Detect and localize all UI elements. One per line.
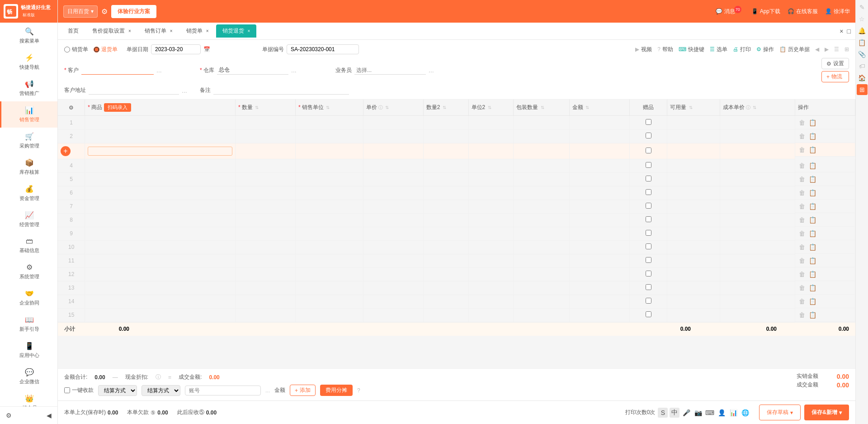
copy-btn-2[interactable]: 📋 — [808, 132, 817, 141]
tool-person-icon[interactable]: 👤 — [717, 408, 726, 418]
cost-price-cell-1[interactable] — [720, 116, 795, 130]
quantity-cell-13[interactable] — [235, 281, 295, 295]
one-key-collect-label[interactable]: 一键收款 — [64, 386, 94, 394]
amount-cell-3[interactable] — [569, 143, 629, 159]
rs-bookmark-icon[interactable]: 🏷 — [857, 61, 868, 71]
fee-info-icon[interactable]: ? — [357, 387, 360, 394]
cost-price-cell-3[interactable] — [720, 143, 795, 159]
tool-mic-icon[interactable]: 🎤 — [681, 408, 691, 418]
help-btn[interactable]: ? 帮助 — [657, 46, 673, 53]
product-input-3[interactable] — [88, 147, 232, 156]
quantity-cell-9[interactable] — [235, 227, 295, 240]
pkg-qty-cell-7[interactable] — [514, 200, 570, 213]
unit2-cell-2[interactable] — [468, 129, 514, 143]
customer-input[interactable] — [81, 66, 154, 75]
sidebar-item-enterprise[interactable]: 🤝企业协同 — [0, 285, 57, 311]
add-payment-btn[interactable]: + 添加 — [290, 385, 316, 396]
sidebar-item-operation[interactable]: 📈经营管理 — [0, 206, 57, 233]
tool-s-icon[interactable]: S — [658, 408, 668, 418]
sidebar-item-enterprise-wechat[interactable]: 💬企业微信 — [0, 363, 57, 390]
tab-sales-return[interactable]: 销货退货× — [216, 24, 257, 38]
unit-price-cell-5[interactable] — [363, 172, 423, 186]
product-cell-10[interactable] — [85, 240, 236, 254]
amount-cell-15[interactable] — [569, 308, 629, 322]
quantity-cell-6[interactable] — [235, 186, 295, 200]
rs-clipboard-icon[interactable]: 📋 — [857, 37, 868, 48]
product-cell-13[interactable] — [85, 281, 236, 295]
product-cell-9[interactable] — [85, 227, 236, 240]
copy-btn-1[interactable]: 📋 — [808, 118, 817, 127]
delete-btn-10[interactable]: 🗑 — [798, 243, 806, 252]
delete-btn-1[interactable]: 🗑 — [798, 118, 806, 127]
gift-cell-13[interactable] — [630, 281, 667, 295]
staff-input[interactable] — [354, 66, 426, 75]
unit2-cell-11[interactable] — [468, 254, 514, 267]
tool-translate-icon[interactable]: 🌐 — [740, 408, 750, 418]
online-service-item[interactable]: 🎧 在线客服 — [788, 8, 818, 15]
pkg-qty-cell-3[interactable] — [514, 143, 570, 159]
restore-window-btn[interactable]: □ — [846, 27, 852, 36]
gift-checkbox-4[interactable] — [646, 162, 651, 168]
gift-checkbox-11[interactable] — [646, 257, 651, 263]
delete-btn-12[interactable]: 🗑 — [798, 270, 806, 279]
available-cell-14[interactable] — [667, 295, 720, 308]
card-view-icon[interactable]: ⊞ — [844, 46, 849, 52]
tab-price-setting[interactable]: 售价提取设置× — [86, 24, 137, 38]
copy-btn-11[interactable]: 📋 — [808, 256, 817, 265]
quantity-cell-1[interactable] — [235, 116, 295, 130]
quantity-cell-14[interactable] — [235, 295, 295, 308]
sidebar-item-member[interactable]: 👑畅会员 — [0, 390, 57, 406]
address-dots[interactable]: ... — [182, 87, 187, 94]
settings-icon[interactable]: ⚙ — [101, 7, 108, 16]
warehouse-input[interactable] — [217, 66, 288, 75]
sidebar-item-shortcut[interactable]: ⚡快捷导航 — [0, 49, 57, 75]
copy-btn-6[interactable]: 📋 — [808, 188, 817, 197]
account-input[interactable] — [185, 386, 261, 395]
cost-price-cell-8[interactable] — [720, 213, 795, 227]
cost-price-cell-6[interactable] — [720, 186, 795, 200]
unit2-cell-5[interactable] — [468, 172, 514, 186]
gift-cell-1[interactable] — [630, 116, 667, 130]
product-cell-8[interactable] — [85, 213, 236, 227]
gift-checkbox-7[interactable] — [646, 203, 651, 209]
sales-unit-cell-2[interactable] — [296, 129, 363, 143]
product-cell-3[interactable] — [85, 143, 236, 159]
unit-price-cell-12[interactable] — [363, 267, 423, 281]
qty2-cell-2[interactable] — [423, 129, 468, 143]
unit2-cell-9[interactable] — [468, 227, 514, 240]
unit2-cell-13[interactable] — [468, 281, 514, 295]
delete-btn-9[interactable]: 🗑 — [798, 229, 806, 238]
copy-btn-3[interactable]: 📋 — [808, 145, 817, 154]
product-cell-14[interactable] — [85, 295, 236, 308]
gift-cell-14[interactable] — [630, 295, 667, 308]
available-cell-5[interactable] — [667, 172, 720, 186]
sidebar-item-basic[interactable]: 🗃基础信息 — [0, 233, 57, 258]
product-cell-11[interactable] — [85, 254, 236, 267]
quantity-cell-2[interactable] — [235, 129, 295, 143]
gift-cell-11[interactable] — [630, 254, 667, 267]
gift-cell-3[interactable] — [630, 143, 667, 159]
sales-unit-cell-14[interactable] — [296, 295, 363, 308]
tool-keyboard-icon[interactable]: ⌨ — [705, 408, 715, 418]
tool-chart-icon[interactable]: 📊 — [728, 408, 738, 418]
unit-price-cell-3[interactable] — [363, 143, 423, 159]
tab-sales[interactable]: 销货单× — [180, 24, 215, 38]
unit-price-cell-1[interactable] — [363, 116, 423, 130]
gift-cell-2[interactable] — [630, 129, 667, 143]
copy-btn-14[interactable]: 📋 — [808, 297, 817, 306]
qty2-cell-4[interactable] — [423, 159, 468, 172]
tab-close-sales[interactable]: × — [206, 29, 209, 33]
save-draft-btn[interactable]: 保存草稿 ▾ — [759, 405, 801, 420]
gift-cell-5[interactable] — [630, 172, 667, 186]
tab-sales-order[interactable]: 销售订单× — [138, 24, 179, 38]
copy-btn-8[interactable]: 📋 — [808, 215, 817, 224]
amount-cell-10[interactable] — [569, 240, 629, 254]
cost-price-cell-9[interactable] — [720, 227, 795, 240]
available-cell-10[interactable] — [667, 240, 720, 254]
sidebar-item-finance[interactable]: 💰资金管理 — [0, 180, 57, 206]
video-btn[interactable]: ▶ 视频 — [635, 46, 652, 53]
unit2-cell-15[interactable] — [468, 308, 514, 322]
customer-dots[interactable]: ... — [156, 67, 162, 74]
unit2-cell-12[interactable] — [468, 267, 514, 281]
industry-select[interactable]: 日用百货 ▾ — [63, 5, 98, 18]
